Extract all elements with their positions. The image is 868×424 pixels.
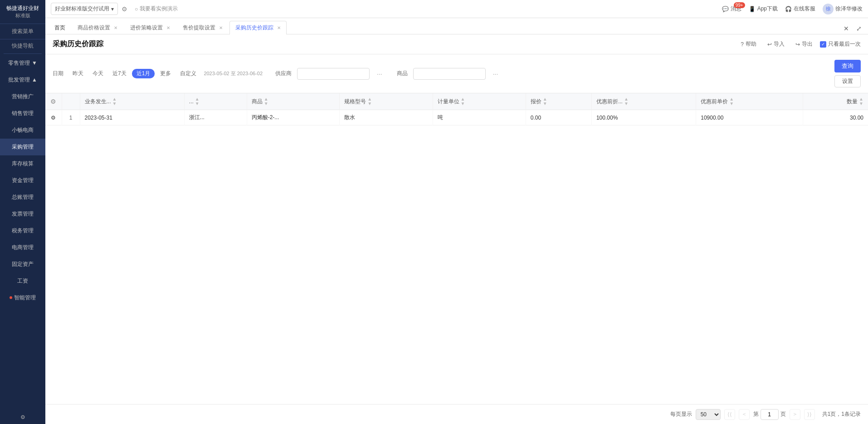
supplier-filter-input[interactable]	[297, 68, 370, 80]
tab-purchase-strategy-close[interactable]: ✕	[166, 25, 170, 30]
topbar-messages[interactable]: 💬 消息 99+	[722, 5, 741, 13]
pagination-first-btn[interactable]: ⟨⟨	[724, 409, 735, 420]
export-icon: ↪	[795, 41, 800, 48]
goods-filter-dots[interactable]: ···	[491, 69, 500, 78]
sidebar-settings-icon[interactable]: ⚙	[0, 410, 45, 424]
sidebar-item-intelligent[interactable]: 智能管理	[0, 289, 45, 306]
filter-date-more[interactable]: 更多	[156, 69, 175, 78]
supplier-filter-label: 供应商	[275, 70, 292, 77]
page-input[interactable]	[761, 409, 779, 420]
pre-discount-price-sort-icon[interactable]: ▲▼	[729, 97, 734, 106]
sidebar-item-invoice[interactable]: 发票管理	[0, 206, 45, 222]
sidebar-item-fixed-assets[interactable]: 固定资产	[0, 256, 45, 273]
sidebar-item-ecommerce-small[interactable]: 小畅电商	[0, 122, 45, 139]
sidebar-quick-nav[interactable]: 快捷导航	[0, 39, 45, 53]
quantity-sort-icon[interactable]: ▲▼	[859, 97, 863, 106]
filter-date-1month[interactable]: 近1月	[132, 69, 155, 78]
th-goods-label: 商品	[252, 98, 263, 106]
pagination-last-btn[interactable]: ⟩⟩	[804, 409, 815, 420]
query-button[interactable]: 查询	[834, 60, 861, 72]
checkbox-check-icon: ✓	[821, 42, 825, 47]
sidebar-item-retail[interactable]: 零售管理 ▼	[0, 55, 45, 72]
sidebar-item-marketing[interactable]: 营销推广	[0, 88, 45, 105]
topbar-demo-link[interactable]: ○ 我要看实例演示	[135, 5, 178, 13]
topbar-online-service[interactable]: 🎧 在线客服	[785, 5, 815, 13]
page-actions: ? 帮助 ↩ 导入 ↪ 导出 ✓ 只看最后一次	[737, 39, 861, 50]
sidebar-item-ecommerce[interactable]: 电商管理	[0, 239, 45, 256]
th-discount[interactable]: 优惠前折... ▲▼	[591, 93, 696, 110]
th-goods[interactable]: 商品 ▲▼	[247, 93, 340, 110]
tab-price-settings-close[interactable]: ✕	[114, 25, 117, 30]
tab-panel-expand-btn[interactable]: ⤢	[853, 23, 864, 34]
th-pre-discount-price[interactable]: 优惠前单价 ▲▼	[696, 93, 803, 110]
tab-sale-price[interactable]: 售价提取设置 ✕	[177, 21, 229, 34]
sidebar-divider-1	[4, 53, 42, 54]
tab-purchase-history[interactable]: 采购历史价跟踪 ✕	[229, 21, 287, 34]
tab-panel-close-btn[interactable]: ✕	[841, 23, 852, 34]
tab-price-settings[interactable]: 商品价格设置 ✕	[72, 21, 123, 34]
td-row-gear[interactable]: ⚙	[45, 110, 62, 125]
sidebar-item-tax[interactable]: 税务管理	[0, 222, 45, 239]
filter-date-yesterday[interactable]: 昨天	[69, 69, 87, 78]
settings-button[interactable]: 设置	[834, 75, 861, 87]
filter-date-today[interactable]: 今天	[89, 69, 107, 78]
discount-sort-icon[interactable]: ▲▼	[624, 97, 629, 106]
main-area: 好业财标准版交付试用 ▾ ⚙ ○ 我要看实例演示 💬 消息 99+ 📱 App下…	[45, 0, 868, 424]
filter-date-7days[interactable]: 近7天	[109, 69, 130, 78]
sidebar-item-purchase[interactable]: 采购管理	[0, 139, 45, 155]
sidebar-item-wholesale[interactable]: 批发管理 ▲	[0, 72, 45, 88]
only-latest-checkbox[interactable]: ✓ 只看最后一次	[820, 40, 861, 48]
topbar-app-download[interactable]: 📱 App下载	[749, 5, 778, 13]
th-quantity[interactable]: 数量 ▲▼	[803, 93, 868, 110]
export-btn[interactable]: ↪ 导出	[792, 39, 816, 50]
topbar-right: 💬 消息 99+ 📱 App下载 🎧 在线客服 徐 徐泽华修改	[722, 4, 863, 14]
tab-purchase-strategy[interactable]: 进价策略设置 ✕	[124, 21, 176, 34]
row-settings-icon[interactable]: ⚙	[51, 115, 56, 121]
user-label: 徐泽华修改	[835, 5, 863, 13]
import-label: 导入	[774, 40, 785, 48]
th-quote[interactable]: 报价 ▲▼	[526, 93, 591, 110]
th-spec[interactable]: 规格型号 ▲▼	[340, 93, 433, 110]
sidebar-item-general-ledger-label: 总账管理	[12, 193, 34, 201]
th-gear[interactable]: ⚙	[45, 93, 62, 110]
help-btn[interactable]: ? 帮助	[737, 39, 760, 50]
unit-sort-icon[interactable]: ▲▼	[461, 97, 465, 106]
topbar-settings-icon[interactable]: ⚙	[122, 5, 127, 13]
sidebar-item-payroll[interactable]: 工资	[0, 273, 45, 289]
th-business-date[interactable]: 业务发生... ▲▼	[80, 93, 184, 110]
sidebar-item-funds[interactable]: 资金管理	[0, 172, 45, 189]
import-btn[interactable]: ↩ 导入	[764, 39, 788, 50]
table-row[interactable]: ⚙ 1 2023-05-31 浙江... 丙烯酸-2-... 散水 吨 0.00…	[45, 110, 868, 125]
edition-dropdown[interactable]: 好业财标准版交付试用 ▾	[51, 3, 118, 15]
th-more[interactable]: ... ▲▼	[184, 93, 247, 110]
sidebar-item-marketing-label: 营销推广	[12, 93, 34, 101]
spec-sort-icon[interactable]: ▲▼	[367, 97, 372, 106]
goods-filter-input[interactable]	[413, 68, 486, 80]
sidebar-item-sales[interactable]: 销售管理	[0, 105, 45, 122]
sidebar-item-inventory[interactable]: 库存核算	[0, 155, 45, 172]
topbar-user[interactable]: 徐 徐泽华修改	[823, 4, 863, 14]
goods-sort-icon[interactable]: ▲▼	[264, 97, 268, 106]
th-unit[interactable]: 计量单位 ▲▼	[433, 93, 526, 110]
filter-date-custom[interactable]: 自定义	[176, 69, 200, 78]
td-goods: 丙烯酸-2-...	[247, 110, 340, 125]
pagination-next-btn[interactable]: ＞	[790, 409, 800, 420]
quote-sort-icon[interactable]: ▲▼	[543, 97, 547, 106]
th-more-label: ...	[189, 98, 194, 105]
pagination-prev-btn[interactable]: ＜	[739, 409, 750, 420]
tab-home[interactable]: 首页	[49, 21, 71, 34]
message-icon: 💬	[722, 6, 729, 12]
sidebar-item-general-ledger[interactable]: 总账管理	[0, 189, 45, 206]
tab-purchase-history-close[interactable]: ✕	[277, 25, 281, 30]
gear-icon[interactable]: ⚙	[50, 98, 56, 105]
sidebar-search[interactable]: 搜索菜单	[0, 24, 45, 39]
more-sort-icon[interactable]: ▲▼	[195, 97, 200, 106]
th-business-date-label: 业务发生...	[85, 98, 111, 106]
tabs-bar: 首页 商品价格设置 ✕ 进价策略设置 ✕ 售价提取设置 ✕ 采购历史价跟踪 ✕ …	[45, 18, 868, 34]
pagination-page: 第 页	[753, 409, 786, 420]
per-page-select[interactable]: 50 20 100	[696, 409, 721, 420]
business-date-sort-icon[interactable]: ▲▼	[112, 97, 117, 106]
supplier-filter-dots[interactable]: ···	[375, 69, 384, 78]
tab-sale-price-close[interactable]: ✕	[219, 25, 223, 30]
th-discount-label: 优惠前折...	[596, 98, 623, 106]
